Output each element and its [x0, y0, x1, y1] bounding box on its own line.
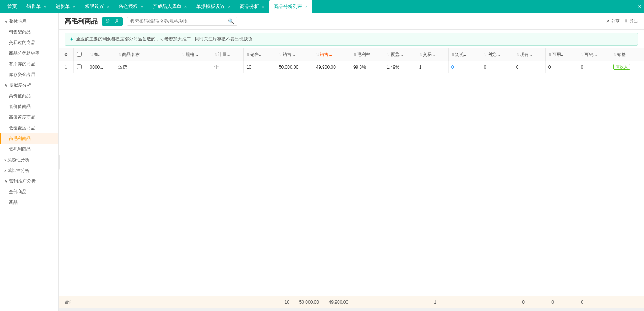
close-icon[interactable]: ×	[228, 4, 230, 9]
select-all-checkbox[interactable]	[77, 52, 82, 57]
nav-item-roles[interactable]: 角色授权 ×	[114, 0, 147, 13]
cell-coverage: 1.49%	[384, 61, 416, 73]
page-title: 高毛利商品	[65, 17, 98, 26]
col-transaction[interactable]: ⇅交易...	[416, 48, 448, 61]
col-name[interactable]: ⇅商品名称	[115, 48, 179, 61]
chevron-down-icon: ∨	[4, 19, 8, 24]
bottom-scrollbar[interactable]	[59, 308, 644, 311]
close-icon[interactable]: ×	[305, 4, 307, 9]
total-label: 合计:	[65, 299, 145, 305]
table-header-row: ⚙ ⇅商... ⇅商品名称 ⇅规格...	[59, 48, 644, 61]
search-box[interactable]: 🔍	[127, 17, 237, 26]
col-browse1[interactable]: ⇅浏览...	[448, 48, 481, 61]
nav-item-home[interactable]: 首页	[3, 0, 21, 13]
sidebar-item-sales-products[interactable]: 销售型商品	[0, 27, 58, 37]
col-seq: ⚙	[59, 48, 73, 61]
cell-seq: 1	[59, 61, 73, 73]
sidebar-item-category-rate[interactable]: 商品分类助销率	[0, 48, 58, 59]
cell-browse2: 0	[481, 61, 513, 73]
sidebar-item-new-products[interactable]: 新品	[0, 197, 58, 208]
row-checkbox[interactable]	[77, 64, 82, 69]
nav-item-product-analysis-list[interactable]: 商品分析列表 ×	[269, 0, 312, 13]
sidebar-group-trend[interactable]: › 流趋性分析	[0, 155, 58, 165]
sidebar-item-low-margin[interactable]: 低毛利商品	[0, 144, 58, 155]
sort-icon: ⇅	[279, 53, 282, 57]
cell-unit: 个	[211, 61, 243, 73]
col-saleable[interactable]: ⇅可销...	[578, 48, 610, 61]
share-icon: ↗	[606, 19, 609, 24]
header-actions: ↗ 分享 ⬇ 导出	[606, 18, 638, 25]
col-sales-net[interactable]: ⇅销售...	[313, 48, 350, 61]
col-browse2[interactable]: ⇅浏览...	[481, 48, 513, 61]
cell-current-stock: 0	[513, 61, 545, 73]
top-nav: 首页 销售单 × 进货单 × 权限设置 × 角色授权 × 产成品入库单 × 单据…	[0, 0, 644, 13]
sidebar-item-all-products[interactable]: 全部商品	[0, 187, 58, 197]
cell-saleable: 0	[578, 61, 610, 73]
cell-tag: 高收入	[610, 61, 644, 73]
sidebar-item-traded-products[interactable]: 交易过的商品	[0, 37, 58, 48]
nav-item-sales[interactable]: 销售单 ×	[22, 0, 50, 13]
chevron-right-icon: ›	[4, 158, 6, 163]
window-close-button[interactable]: ×	[638, 3, 641, 10]
col-code[interactable]: ⇅商...	[87, 48, 115, 61]
sidebar-collapse-button[interactable]: «	[59, 155, 60, 170]
search-icon: 🔍	[228, 18, 234, 24]
col-margin[interactable]: ⇅毛利率	[350, 48, 384, 61]
col-sales-amount[interactable]: ⇅销售...	[276, 48, 313, 61]
info-banner: ✦ 企业的主要的利润都是这部分商品创造的，可考虑加大推广，同时关注库存是不要出现…	[65, 33, 638, 46]
close-icon[interactable]: ×	[107, 4, 109, 9]
search-input[interactable]	[130, 19, 226, 24]
nav-item-product-analysis[interactable]: 商品分析 ×	[235, 0, 269, 13]
time-filter-button[interactable]: 近一月	[102, 17, 123, 26]
sidebar-group-growth[interactable]: › 成长性分析	[0, 165, 58, 176]
settings-icon[interactable]: ⚙	[64, 52, 68, 57]
close-icon[interactable]: ×	[184, 4, 187, 9]
sidebar-item-in-stock[interactable]: 有库存的商品	[0, 59, 58, 69]
nav-item-permissions[interactable]: 权限设置 ×	[80, 0, 114, 13]
cell-checkbox[interactable]	[73, 61, 87, 73]
footer-total: 合计: 10 50,000.00 49,900.00 1 0 0 0	[59, 296, 644, 308]
nav-item-purchase[interactable]: 进货单 ×	[51, 0, 79, 13]
content-header: 高毛利商品 近一月 🔍 ↗ 分享 ⬇ 导出	[59, 13, 644, 30]
cell-transaction: 1	[416, 61, 448, 73]
col-coverage[interactable]: ⇅覆盖...	[384, 48, 416, 61]
sort-icon: ⇅	[182, 53, 185, 57]
sort-icon: ⇅	[613, 53, 616, 57]
nav-item-product-inbound[interactable]: 产成品入库单 ×	[148, 0, 191, 13]
sidebar-group-contribution[interactable]: ∨ 贡献度分析	[0, 80, 58, 91]
close-icon[interactable]: ×	[73, 4, 75, 9]
sidebar-item-low-value[interactable]: 低价值商品	[0, 101, 58, 112]
sidebar-item-high-margin[interactable]: 高毛利商品	[0, 133, 58, 144]
close-icon[interactable]: ×	[44, 4, 46, 9]
cell-name: 运费	[115, 61, 179, 73]
col-unit[interactable]: ⇅计量...	[211, 48, 243, 61]
sort-icon: ⇅	[247, 53, 249, 57]
sidebar-item-stock-capital[interactable]: 库存资金占用	[0, 69, 58, 80]
sort-icon: ⇅	[118, 53, 121, 57]
table-row: 1 0000... 运费 个 10 50,000.00 49,900.00 99…	[59, 61, 644, 73]
content-area: « 高毛利商品 近一月 🔍 ↗ 分享 ⬇ 导出 ✦	[59, 13, 644, 311]
export-icon: ⬇	[624, 19, 628, 24]
col-checkbox	[73, 48, 87, 61]
share-button[interactable]: ↗ 分享	[606, 18, 620, 25]
sidebar-item-high-value[interactable]: 高价值商品	[0, 91, 58, 101]
col-tag[interactable]: ⇅标签	[610, 48, 644, 61]
col-spec[interactable]: ⇅规格...	[179, 48, 211, 61]
cell-available: 0	[545, 61, 578, 73]
nav-item-template[interactable]: 单据模板设置 ×	[192, 0, 234, 13]
cell-code: 0000...	[87, 61, 115, 73]
sidebar-item-high-coverage[interactable]: 高覆盖度商品	[0, 112, 58, 123]
col-current-stock[interactable]: ⇅现有...	[513, 48, 545, 61]
export-button[interactable]: ⬇ 导出	[624, 18, 638, 25]
browse-link[interactable]: 0	[451, 65, 454, 70]
close-icon[interactable]: ×	[262, 4, 264, 9]
sidebar-group-marketing[interactable]: ∨ 营销推广分析	[0, 176, 58, 187]
close-icon[interactable]: ×	[141, 4, 143, 9]
sidebar-group-overall[interactable]: ∨ 整体信息	[0, 16, 58, 27]
sidebar-item-low-coverage[interactable]: 低覆盖度商品	[0, 123, 58, 133]
footer-available: 0	[528, 300, 557, 305]
col-sales-qty[interactable]: ⇅销售...	[243, 48, 276, 61]
cell-spec	[179, 61, 211, 73]
sort-icon: ⇅	[451, 53, 454, 57]
col-available[interactable]: ⇅可用...	[545, 48, 578, 61]
